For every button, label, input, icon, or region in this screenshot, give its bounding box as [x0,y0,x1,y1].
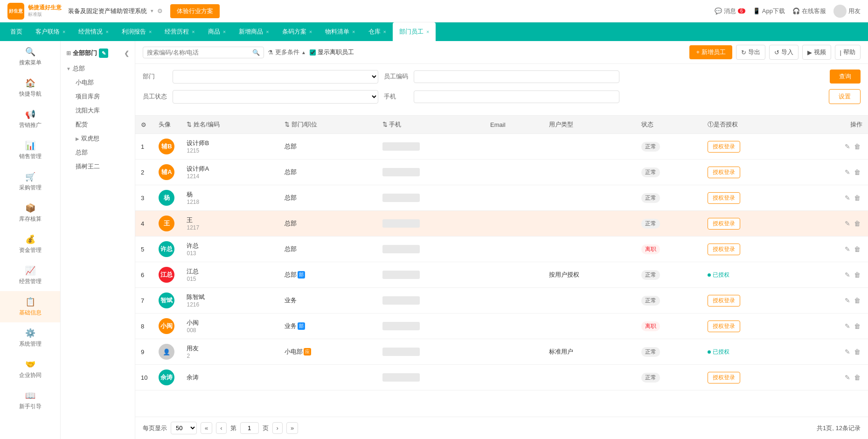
left-nav-营销推广[interactable]: 📢 营销推广 [0,104,60,135]
dept-filter-select[interactable] [173,70,378,84]
nav-item-新增商品[interactable]: 新增商品× [232,22,275,41]
nav-item-利润报告[interactable]: 利润报告× [115,22,158,41]
row-auth[interactable]: 授权登录 [702,160,799,185]
dept-edit-icon[interactable]: ✎ [99,49,108,58]
dept-node-xiaodibu[interactable]: 小电部 [66,76,135,90]
dept-node-zongbu[interactable]: 总部 [66,146,135,160]
dept-node-peihuo[interactable]: 配货 [66,118,135,132]
delete-button[interactable]: 🗑 [852,219,862,228]
left-nav-企业协同[interactable]: 🤝 企业协同 [0,354,60,385]
delete-button[interactable]: 🗑 [852,167,862,177]
nav-item-首页[interactable]: 首页 [4,22,29,41]
edit-button[interactable]: ✎ [843,193,852,202]
auth-button[interactable]: 授权登录 [708,192,740,204]
nav-close-部门员工[interactable]: × [426,29,429,35]
left-nav-搜索菜单[interactable]: 🔍 搜索菜单 [0,41,60,72]
dept-node-shuanghu[interactable]: ▶双虎想 [66,132,135,146]
row-auth[interactable]: 授权登录 [702,237,799,262]
view-button[interactable]: ▶ 视频 [802,45,831,60]
edit-button[interactable]: ✎ [843,373,852,382]
nav-close-客户联络[interactable]: × [62,29,65,35]
edit-button[interactable]: ✎ [843,142,852,151]
nav-item-商品[interactable]: 商品× [201,22,232,41]
delete-button[interactable]: 🗑 [852,193,862,202]
settings-icon[interactable]: ⚙ [157,7,163,14]
system-dropdown-icon[interactable]: ▾ [151,8,153,14]
left-nav-资金管理[interactable]: 💰 资金管理 [0,229,60,260]
page-number-input[interactable] [240,422,259,434]
auth-button[interactable]: 授权登录 [708,321,740,332]
delete-button[interactable]: 🗑 [852,142,862,151]
nav-item-经营情况[interactable]: 经营情况× [72,22,115,41]
delete-button[interactable]: 🗑 [852,296,862,305]
service-button[interactable]: 🎧 在线客服 [792,7,826,15]
nav-close-条码方案[interactable]: × [309,29,312,35]
left-nav-采购管理[interactable]: 🛒 采购管理 [0,166,60,197]
dept-node-total[interactable]: ▼ 总部 [61,62,135,76]
export-button[interactable]: ↻ 导出 [736,45,765,60]
first-page-button[interactable]: « [201,422,212,434]
message-button[interactable]: 💬 消息 6 [715,7,745,15]
nav-item-经营历程[interactable]: 经营历程× [158,22,201,41]
edit-button[interactable]: ✎ [843,244,852,254]
row-auth[interactable]: 授权登录 [702,288,799,314]
col-phone[interactable]: ⇅ 手机 [377,116,485,134]
col-name[interactable]: ⇅ 姓名/编码 [181,116,279,134]
left-nav-新手引导[interactable]: 📖 新手引导 [0,385,60,416]
nav-item-条码方案[interactable]: 条码方案× [276,22,319,41]
phone-input[interactable] [414,91,619,103]
auth-button[interactable]: 授权登录 [708,218,740,230]
employee-code-input[interactable] [414,70,619,83]
left-nav-经营管理[interactable]: 📈 经营管理 [0,260,60,291]
nav-close-物料清单[interactable]: × [352,29,355,35]
auth-button[interactable]: 授权登录 [708,372,740,383]
show-resigned-checkbox[interactable]: 显示离职员工 [310,48,354,56]
filter-more-button[interactable]: ⚗ 更多条件 ▲ [268,48,306,56]
import-button[interactable]: ↺ 导入 [769,45,799,60]
row-auth[interactable]: 授权登录 [702,365,799,390]
left-nav-销售管理[interactable]: 📊 销售管理 [0,135,60,166]
delete-button[interactable]: 🗑 [852,347,862,356]
nav-close-新增商品[interactable]: × [266,29,269,35]
nav-close-仓库[interactable]: × [383,29,386,35]
row-auth[interactable]: 授权登录 [702,211,799,237]
dept-node-chashuwangyi[interactable]: 插树王二 [66,160,135,174]
delete-button[interactable]: 🗑 [852,270,862,279]
row-auth[interactable]: 授权登录 [702,314,799,339]
nav-close-经营情况[interactable]: × [105,29,108,35]
user-profile-button[interactable]: 用友 [833,5,861,18]
nav-item-物料清单[interactable]: 物料清单× [319,22,361,41]
nav-close-经营历程[interactable]: × [192,29,194,35]
dept-node-shenyang[interactable]: 沈阳大库 [66,104,135,118]
app-download-button[interactable]: 📱 App下载 [753,7,785,15]
left-nav-快捷导航[interactable]: 🏠 快捷导航 [0,72,60,104]
left-nav-基础信息[interactable]: 📋 基础信息 [0,291,60,322]
last-page-button[interactable]: » [286,422,298,434]
show-resigned-input[interactable] [310,49,316,56]
col-dept[interactable]: ⇅ 部门/职位 [279,116,377,134]
edit-button[interactable]: ✎ [843,219,852,228]
auth-button[interactable]: 授权登录 [708,295,740,307]
next-page-button[interactable]: › [272,422,283,434]
auth-button[interactable]: 授权登录 [708,244,740,255]
search-input-wrap[interactable]: 🔍 [143,47,264,58]
edit-button[interactable]: ✎ [843,296,852,305]
auth-button[interactable]: 授权登录 [708,141,740,153]
add-employee-button[interactable]: + 新增员工 [689,45,732,59]
nav-item-部门员工[interactable]: 部门员工× [393,22,436,41]
dept-node-project[interactable]: 项目库房 [66,90,135,104]
nav-close-利润报告[interactable]: × [149,29,152,35]
setting-button[interactable]: 设置 [829,89,861,104]
col-settings[interactable]: ⚙ [135,116,153,134]
edit-button[interactable]: ✎ [843,321,852,331]
help-button[interactable]: | 帮助 [835,45,861,60]
edit-button[interactable]: ✎ [843,270,852,279]
delete-button[interactable]: 🗑 [852,244,862,254]
delete-button[interactable]: 🗑 [852,321,862,331]
nav-item-客户联络[interactable]: 客户联络× [29,22,72,41]
edit-button[interactable]: ✎ [843,167,852,177]
nav-item-仓库[interactable]: 仓库× [362,22,393,41]
delete-button[interactable]: 🗑 [852,373,862,382]
nav-close-商品[interactable]: × [223,29,226,35]
row-auth[interactable]: 授权登录 [702,185,799,211]
